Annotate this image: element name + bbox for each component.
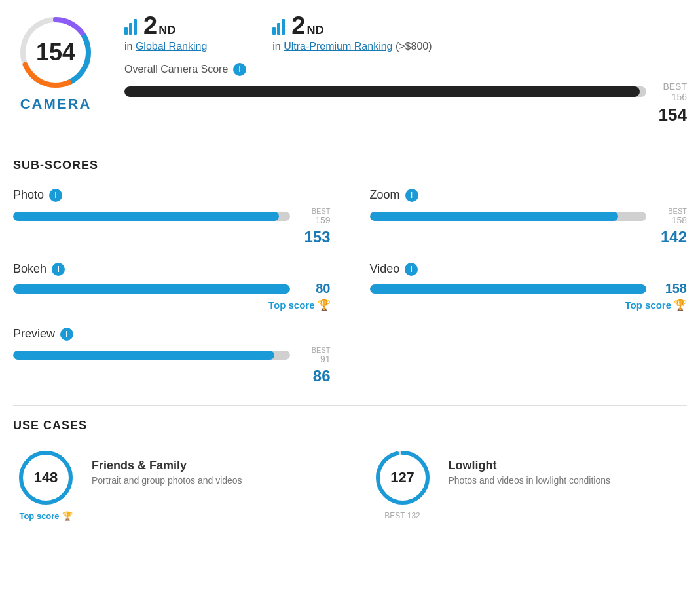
overall-bar-row: BEST 156 — [124, 81, 687, 102]
ff-circle-container: 148 Top score 🏆 — [13, 448, 79, 521]
sub-score-video-header: Video i — [370, 262, 688, 276]
photo-info-icon[interactable]: i — [49, 189, 62, 202]
video-bar-row: 158 — [370, 281, 688, 296]
photo-bar-row: BEST 159 — [13, 207, 331, 225]
use-case-friends-family: 148 Top score 🏆 Friends & Family Portrai… — [13, 448, 331, 521]
ll-circle: 127 — [373, 448, 432, 507]
bokeh-info-icon[interactable]: i — [52, 263, 65, 276]
photo-best-label: BEST — [298, 207, 331, 215]
sub-score-zoom: Zoom i BEST 158 142 — [370, 188, 688, 246]
bokeh-bar-row: 80 — [13, 281, 331, 296]
bokeh-bar-track — [13, 284, 290, 294]
bokeh-top-score: Top score 🏆 — [13, 299, 331, 311]
bokeh-top-score-label: Top score — [268, 299, 315, 311]
sub-score-bokeh: Bokeh i 80 Top score 🏆 — [13, 262, 331, 311]
main-score-value: 154 — [36, 39, 75, 66]
photo-score-value: 153 — [304, 228, 330, 246]
global-ranking-description: in Global Ranking — [124, 41, 207, 52]
overall-best-and-score: BEST 156 — [654, 81, 687, 102]
ll-info: Lowlight Photos and videos in lowlight c… — [449, 448, 611, 486]
ll-score: 127 — [390, 469, 414, 486]
overall-score-section: Overall Camera Score i BEST 156 154 — [124, 63, 687, 125]
premium-ranking-note: (>$800) — [396, 41, 432, 52]
overall-score-label-row: Overall Camera Score i — [124, 63, 687, 76]
preview-bar-row: BEST 91 — [13, 346, 331, 364]
sub-score-preview-name: Preview — [13, 327, 55, 341]
video-info-icon[interactable]: i — [405, 263, 418, 276]
sub-score-preview: Preview i BEST 91 86 — [13, 327, 331, 385]
bar-chart-icon-global — [124, 16, 137, 35]
overall-best-label: BEST 156 — [663, 81, 687, 102]
zoom-bar-row: BEST 158 — [370, 207, 688, 225]
zoom-info-icon[interactable]: i — [405, 189, 418, 202]
video-top-score: Top score 🏆 — [370, 299, 688, 311]
preview-bar-fill — [13, 351, 274, 360]
zoom-best-label: BEST — [654, 207, 687, 215]
sub-score-bokeh-header: Bokeh i — [13, 262, 331, 276]
video-score-value: 158 — [654, 281, 687, 296]
global-rank-number-wrap: 2 ND — [143, 13, 175, 38]
global-ranking-top: 2 ND — [124, 13, 207, 38]
use-cases-grid: 148 Top score 🏆 Friends & Family Portrai… — [13, 448, 687, 521]
premium-rank-suffix: ND — [306, 24, 323, 37]
preview-score-value: 86 — [313, 367, 331, 385]
overall-bar-track — [124, 86, 646, 97]
sub-scores-section: SUB-SCORES Photo i BEST 159 153 — [13, 159, 687, 385]
premium-ranking-top: 2 ND — [272, 13, 432, 38]
video-bar-track — [370, 284, 647, 294]
premium-ranking: 2 ND in Ultra-Premium Ranking (>$800) — [272, 13, 432, 52]
ff-trophy-icon: 🏆 — [62, 511, 73, 521]
bar-chart-icon-premium — [272, 16, 285, 35]
photo-best-value: 159 — [298, 215, 331, 225]
ff-name: Friends & Family — [92, 459, 242, 472]
global-rank-number: 2 — [143, 13, 157, 38]
sub-score-zoom-header: Zoom i — [370, 188, 688, 202]
sub-score-video-name: Video — [370, 262, 400, 276]
sub-score-photo-name: Photo — [13, 188, 44, 202]
zoom-score-value: 142 — [661, 228, 687, 246]
preview-best-label: BEST — [298, 346, 331, 354]
premium-ranking-link[interactable]: Ultra-Premium Ranking — [284, 41, 392, 52]
use-cases-title: USE CASES — [13, 419, 687, 432]
sub-score-preview-header: Preview i — [13, 327, 331, 341]
premium-ranking-description: in Ultra-Premium Ranking (>$800) — [272, 41, 432, 52]
sub-score-zoom-name: Zoom — [370, 188, 400, 202]
bokeh-trophy-icon: 🏆 — [318, 299, 331, 311]
global-ranking-link[interactable]: Global Ranking — [136, 41, 207, 52]
sub-score-bokeh-name: Bokeh — [13, 262, 46, 276]
premium-rank-number: 2 — [291, 13, 305, 38]
main-score-container: 154 CAMERA — [13, 13, 98, 113]
preview-best-value: 91 — [298, 354, 331, 364]
header-section: 154 CAMERA 2 ND in — [13, 13, 687, 125]
overall-score-value: 154 — [659, 105, 687, 125]
sub-scores-title: SUB-SCORES — [13, 159, 687, 172]
zoom-bar-track — [370, 212, 647, 221]
sub-score-photo: Photo i BEST 159 153 — [13, 188, 331, 246]
ll-circle-container: 127 BEST 132 — [370, 448, 435, 520]
divider-1 — [13, 145, 687, 145]
ll-desc: Photos and videos in lowlight conditions — [449, 475, 611, 486]
ff-circle: 148 — [16, 448, 75, 507]
overall-bar-fill — [124, 86, 640, 97]
zoom-best-value: 158 — [654, 215, 687, 225]
use-cases-section: USE CASES 148 Top score 🏆 Friends & Fami… — [13, 419, 687, 521]
video-top-score-label: Top score — [625, 299, 671, 311]
ff-score: 148 — [34, 469, 58, 486]
photo-bar-track — [13, 212, 290, 221]
header-right: 2 ND in Global Ranking 2 — [124, 13, 687, 125]
overall-score-label-text: Overall Camera Score — [124, 64, 228, 75]
divider-2 — [13, 405, 687, 406]
ll-name: Lowlight — [449, 459, 611, 472]
use-case-lowlight: 127 BEST 132 Lowlight Photos and videos … — [370, 448, 688, 521]
sub-scores-grid: Photo i BEST 159 153 Zoom i — [13, 188, 687, 385]
ff-top-score: Top score 🏆 — [19, 511, 72, 521]
ff-info: Friends & Family Portrait and group phot… — [92, 448, 242, 486]
sub-score-video: Video i 158 Top score 🏆 — [370, 262, 688, 311]
video-trophy-icon: 🏆 — [674, 299, 687, 311]
overall-score-info-icon[interactable]: i — [233, 63, 246, 76]
ff-top-score-label: Top score — [19, 511, 59, 521]
score-circle: 154 — [16, 13, 95, 92]
camera-label: CAMERA — [20, 96, 92, 113]
rankings-row: 2 ND in Global Ranking 2 — [124, 13, 687, 52]
preview-info-icon[interactable]: i — [60, 328, 73, 341]
